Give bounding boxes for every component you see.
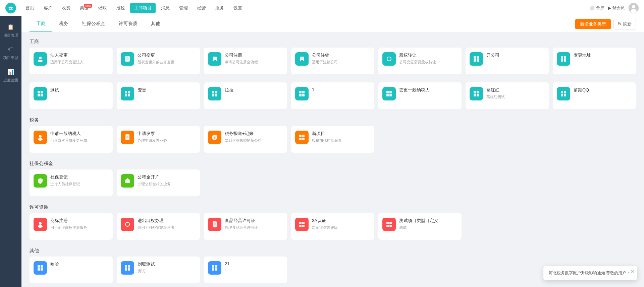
card-icon xyxy=(470,52,483,66)
card-item[interactable]: 公积金开户 办理公积金相关业务 xyxy=(117,169,200,196)
card-item[interactable]: 进出口权办理 适用于对外贸易经营者 xyxy=(117,213,200,240)
svg-rect-74 xyxy=(389,225,392,227)
card-name: 股权转让 xyxy=(399,52,458,58)
nav-item-客户[interactable]: 客户 xyxy=(40,3,56,13)
card-item[interactable]: 商标注册 用于企业商标注册服务 xyxy=(30,213,113,240)
card-name: 税务报道+记账 xyxy=(225,131,283,137)
svg-rect-31 xyxy=(212,94,214,96)
avatar[interactable] xyxy=(629,3,639,13)
nav-item-收费[interactable]: 收费 xyxy=(58,3,74,13)
member-button[interactable]: ▶ 畅会员 xyxy=(608,5,625,11)
svg-rect-78 xyxy=(41,268,43,271)
card-info: 新项目 报税加税控盘保管 xyxy=(312,131,370,143)
card-item[interactable]: 法人变更 适用于公司变更法人 xyxy=(30,48,113,74)
card-info: 葛红红 葛红红测试 xyxy=(486,87,545,99)
card-icon xyxy=(382,87,396,100)
card-item[interactable]: 拉拉 xyxy=(204,82,287,109)
card-icon xyxy=(208,52,221,66)
svg-rect-33 xyxy=(299,91,302,93)
nav-item-管理[interactable]: 管理 xyxy=(175,3,192,13)
card-name: 开公司 xyxy=(486,52,545,58)
nav-item-设置[interactable]: 设置 xyxy=(229,3,246,13)
top-nav: 云 首页客户收费票据new记账报税工商项目消息管理经营服务设置 ⬜ 全屏 ▶ 畅… xyxy=(0,0,644,16)
fullscreen-button[interactable]: ⬜ 全屏 xyxy=(590,5,604,11)
card-item[interactable]: 测试 xyxy=(30,82,113,109)
card-item[interactable]: 测试项目类型目定义 测试 xyxy=(378,213,462,240)
card-item[interactable]: 葛红红 葛红红测试 xyxy=(466,82,549,109)
card-item[interactable]: 变更一般纳税人 xyxy=(378,82,462,109)
card-item[interactable]: 公司注册 申请公司注册全流程 xyxy=(204,48,287,74)
notification-close-button[interactable]: × xyxy=(631,269,634,275)
sidebar-item-进度监测[interactable]: 📊进度监测 xyxy=(0,64,21,86)
sub-tab-社保公积金[interactable]: 社保公积金 xyxy=(75,16,112,32)
svg-point-63 xyxy=(38,225,43,228)
nav-item-工商项目[interactable]: 工商项目 xyxy=(130,3,156,13)
card-info: 商标注册 用于企业商标注册服务 xyxy=(50,218,109,230)
sub-tabs: 工商税务社保公积金许可资质其他 xyxy=(30,16,167,32)
card-info: 变更一般纳税人 xyxy=(399,87,458,94)
card-item[interactable]: 变更地址 xyxy=(553,48,636,74)
nav-item-经营[interactable]: 经营 xyxy=(193,3,210,13)
nav-item-记账[interactable]: 记账 xyxy=(94,3,111,13)
card-item[interactable]: 哈哈 xyxy=(30,257,113,283)
card-item[interactable]: 公司注销 适用于注销公司 xyxy=(291,48,374,74)
card-desc: 当月或次月成变更完成 xyxy=(50,138,109,143)
card-item[interactable]: 1 1 xyxy=(291,82,374,109)
card-item[interactable]: 变更 xyxy=(117,82,200,109)
svg-point-1 xyxy=(632,5,635,8)
svg-rect-19 xyxy=(561,59,563,62)
sub-tab-许可资质[interactable]: 许可资质 xyxy=(112,16,144,32)
card-info: 变更 xyxy=(138,87,196,94)
card-item[interactable]: 食品经营许可证 办理食品经营许可证 xyxy=(204,213,287,240)
nav-item-消息[interactable]: 消息 xyxy=(157,3,174,13)
card-item[interactable]: 21 1 xyxy=(204,257,287,283)
svg-rect-10 xyxy=(214,60,216,61)
card-name: 商标注册 xyxy=(50,218,109,224)
svg-rect-86 xyxy=(215,268,217,271)
card-icon xyxy=(557,87,570,100)
svg-rect-18 xyxy=(564,56,566,59)
card-item[interactable]: 申请发票 办理申请发票业务 xyxy=(117,126,200,153)
card-desc: 申请公司注册全流程 xyxy=(225,60,283,65)
svg-rect-25 xyxy=(125,91,127,93)
nav-item-首页[interactable]: 首页 xyxy=(21,3,38,13)
svg-rect-42 xyxy=(477,91,479,93)
card-name: 1 xyxy=(312,87,370,92)
svg-rect-14 xyxy=(477,56,479,59)
nav-item-报税[interactable]: 报税 xyxy=(112,3,129,13)
card-info: 3A认证 对企业信誉评级 xyxy=(312,218,370,230)
logo: 云 xyxy=(5,3,16,13)
refresh-button[interactable]: ↻ 刷新 xyxy=(613,19,636,29)
card-item[interactable]: 刘聪测试 测试 xyxy=(117,257,200,283)
sub-tab-其他[interactable]: 其他 xyxy=(144,16,167,32)
card-item[interactable]: 股权转让 公司变更需要股权转让 xyxy=(378,48,462,74)
card-name: 新项目 xyxy=(312,131,370,137)
nav-item-服务[interactable]: 服务 xyxy=(211,3,228,13)
card-info: 变更地址 xyxy=(574,52,632,60)
card-name: 社保登记 xyxy=(50,174,109,180)
section-title: 其他 xyxy=(30,248,636,254)
svg-rect-71 xyxy=(386,222,389,224)
card-item[interactable]: 社保登记 进行人员社保登记 xyxy=(30,169,113,196)
card-item[interactable]: ¥ 税务报道+记账 拿到营业执照的新公司 xyxy=(204,126,287,153)
svg-rect-83 xyxy=(212,265,214,268)
svg-text:¥: ¥ xyxy=(213,136,216,139)
sub-tab-税务[interactable]: 税务 xyxy=(52,16,75,32)
nav-item-票据[interactable]: 票据new xyxy=(76,3,93,13)
card-item[interactable]: 前期QQ xyxy=(553,82,636,109)
card-item[interactable]: 3A认证 对企业信誉评级 xyxy=(291,213,374,240)
new-type-button[interactable]: 新增业务类型 xyxy=(575,19,611,29)
card-name: 变更 xyxy=(138,87,196,93)
card-item[interactable]: 新项目 报税加税控盘保管 xyxy=(291,126,374,153)
svg-rect-51 xyxy=(125,134,129,140)
cards-grid: 测试 变更 拉拉 1 1 xyxy=(30,82,636,109)
sidebar-item-项目管理[interactable]: 📋项目管理 xyxy=(0,19,21,41)
card-item[interactable]: 申请一般纳税人 当月或次月成变更完成 xyxy=(30,126,113,153)
sidebar-item-项目类型[interactable]: 🏷项目类型 xyxy=(0,41,21,64)
card-desc: 测试 xyxy=(138,269,196,274)
card-item[interactable]: 开公司 xyxy=(466,48,549,74)
card-info: 测试项目类型目定义 测试 xyxy=(399,218,458,230)
card-icon xyxy=(295,218,309,231)
card-item[interactable]: 公司变更 股权变更外的业务变更 xyxy=(117,48,200,74)
sub-tab-工商[interactable]: 工商 xyxy=(30,16,52,32)
